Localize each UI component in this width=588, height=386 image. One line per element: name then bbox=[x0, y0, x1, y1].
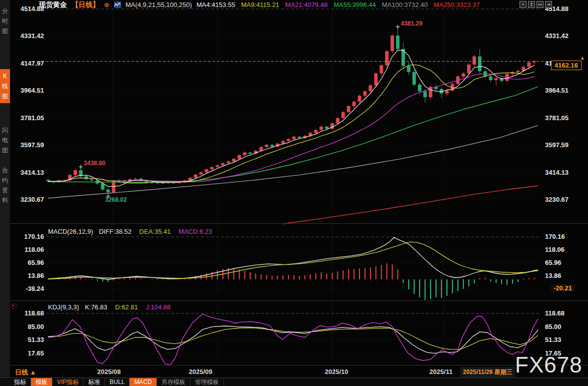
kdj-axis-label-right: 51.33 bbox=[545, 336, 585, 343]
macd-axis-label-left: -38.24 bbox=[10, 285, 44, 292]
bottom-tab-bar: 指标模板VIP指标标准BULLMACD另存模板管理模板 bbox=[0, 377, 588, 386]
chart-canvas[interactable] bbox=[0, 0, 588, 386]
sidebar-item-char: 约 bbox=[2, 175, 8, 185]
bottom-tab-6[interactable]: 另存模板 bbox=[157, 378, 190, 386]
kdj-j-value: J:104.88 bbox=[146, 303, 170, 311]
layout-icon-0[interactable]: + bbox=[520, 1, 526, 8]
bottom-tab-2[interactable]: VIP指标 bbox=[52, 378, 84, 386]
macd-panel-title: MACD(26,12,9) DIFF:38.52 DEA:35.41 MACD:… bbox=[48, 228, 212, 235]
sidebar-item-char: 分 bbox=[2, 6, 8, 16]
sidebar-item-0[interactable]: 分时图 bbox=[0, 4, 10, 38]
sidebar-item-char: 电 bbox=[2, 135, 8, 145]
macd-axis-label-right: 13.86 bbox=[545, 272, 585, 279]
kdj-k-value: K:76.83 bbox=[85, 303, 108, 311]
kdj-axis-label-left: 118.68 bbox=[10, 309, 44, 317]
bottom-tab-7[interactable]: 管理模板 bbox=[190, 378, 224, 386]
main-axis-label-right: 3781.05 bbox=[545, 114, 585, 122]
macd-diff-value: DIFF:38.52 bbox=[99, 228, 132, 235]
main-axis-label-left: 3781.05 bbox=[10, 114, 44, 122]
ma-value-1: MA9:4115.21 bbox=[241, 1, 279, 9]
main-axis-label-left: 3597.59 bbox=[10, 141, 44, 149]
sidebar-item-3[interactable]: 合约资料 bbox=[0, 163, 10, 207]
sidebar-item-2[interactable]: 闪电图 bbox=[0, 123, 10, 157]
ma-value-2: MA21:4079.48 bbox=[286, 1, 328, 9]
add-indicator-icon[interactable]: ⊕ bbox=[104, 1, 110, 9]
ma-value-0: MA4:4153.55 bbox=[196, 1, 235, 9]
macd-axis-label-left: 13.86 bbox=[10, 272, 44, 279]
sidebar-item-char: 线 bbox=[2, 81, 8, 91]
main-axis-label-left: 4331.42 bbox=[10, 32, 44, 40]
sidebar-item-char: K bbox=[3, 71, 7, 81]
sidebar-item-char: 图 bbox=[2, 91, 8, 101]
price-annotation: 3438.80 bbox=[84, 160, 106, 167]
macd-macd-value: MACD:6.23 bbox=[178, 228, 212, 235]
bottom-tab-1[interactable]: 模板 bbox=[31, 378, 52, 386]
ma-value-5: MA250:3323.37 bbox=[434, 1, 480, 9]
indicator-settings-icon[interactable] bbox=[11, 303, 16, 309]
panel-separator bbox=[10, 223, 588, 224]
macd-axis-label-left: 170.16 bbox=[10, 233, 44, 240]
main-axis-label-left: 3414.13 bbox=[10, 169, 44, 176]
main-axis-label-left: 3964.51 bbox=[10, 87, 44, 94]
price-annotation: 3268.02 bbox=[105, 196, 126, 203]
macd-axis-label-right: 170.16 bbox=[545, 233, 585, 240]
macd-axis-label-right: 65.96 bbox=[545, 259, 585, 266]
mini-chart-icon[interactable] bbox=[114, 2, 121, 8]
date-tag: 2025/11/26 星期三 bbox=[460, 367, 516, 377]
price-arrow-icon: ▲ bbox=[580, 55, 585, 61]
chart-header: 现货黄金 【日线】 ⊕ MA(4,9,21,55,100,250) MA4:41… bbox=[39, 1, 480, 9]
current-price-tag: 4162.16 bbox=[551, 61, 582, 70]
main-axis-label-right: 3597.59 bbox=[545, 141, 585, 149]
kdj-axis-label-left: 51.33 bbox=[10, 336, 44, 343]
ma-value-4: MA100:3732.40 bbox=[382, 1, 428, 9]
price-annotation: 4381.29 bbox=[401, 20, 422, 27]
layout-icon-3[interactable]: ⇥ bbox=[545, 1, 552, 8]
sidebar-item-char: 资 bbox=[2, 185, 8, 195]
layout-icon-1[interactable]: ↥ bbox=[528, 1, 535, 8]
symbol-name: 现货黄金 bbox=[39, 1, 67, 10]
ma-values: MA4:4153.55MA9:4115.21MA21:4079.48MA55:3… bbox=[196, 1, 480, 9]
main-axis-label-left: 4147.97 bbox=[10, 60, 44, 67]
bottom-tab-3[interactable]: 标准 bbox=[84, 378, 105, 386]
left-sidebar: 分时图K线图闪电图合约资料 bbox=[0, 0, 10, 386]
panel-separator bbox=[10, 300, 588, 301]
sidebar-item-char: 时 bbox=[2, 16, 8, 26]
sidebar-item-char: 合 bbox=[2, 165, 8, 175]
sidebar-item-char: 闪 bbox=[2, 125, 8, 135]
ma-group-label: MA(4,9,21,55,100,250) bbox=[126, 1, 192, 9]
layout-icon-2[interactable]: ↦ bbox=[536, 1, 544, 8]
period-tag[interactable]: 【日线】 bbox=[72, 1, 100, 10]
period-label[interactable]: 日线 ▲ bbox=[15, 368, 36, 377]
ma-value-3: MA55:3996.44 bbox=[334, 1, 376, 9]
kline-chart-app: 分时图K线图闪电图合约资料 现货黄金 【日线】 ⊕ MA(4,9,21,55,1… bbox=[0, 0, 588, 386]
kdj-axis-label-left: 85.00 bbox=[10, 323, 44, 330]
main-axis-label-right: 3230.67 bbox=[545, 196, 585, 203]
kdj-title: KDJ(9,3,3) bbox=[48, 303, 79, 311]
x-axis-month-label: 2025/08 bbox=[98, 368, 121, 375]
main-axis-label-left: 3230.67 bbox=[10, 196, 44, 203]
sidebar-item-char: 图 bbox=[2, 26, 8, 36]
watermark: FX678 bbox=[515, 352, 582, 377]
macd-title: MACD(26,12,9) bbox=[48, 228, 93, 235]
macd-dea-value: DEA:35.41 bbox=[140, 228, 171, 235]
macd-current-tag: -20.21 bbox=[551, 284, 574, 292]
bottom-tab-4[interactable]: BULL bbox=[105, 378, 130, 386]
kdj-d-value: D:62.81 bbox=[115, 303, 138, 311]
macd-axis-label-right: 118.06 bbox=[545, 246, 585, 253]
main-axis-label-right: 3964.51 bbox=[545, 87, 585, 94]
x-axis-month-label: 2025/09 bbox=[189, 368, 212, 375]
macd-axis-label-left: 65.96 bbox=[10, 259, 44, 266]
sidebar-item-char: 料 bbox=[2, 195, 8, 205]
bottom-tab-0[interactable]: 指标 bbox=[10, 378, 31, 386]
main-axis-label-right: 4331.42 bbox=[545, 32, 585, 40]
panel-separator bbox=[10, 365, 588, 365]
bottom-tab-5[interactable]: MACD bbox=[130, 378, 156, 386]
sidebar-item-1[interactable]: K线图 bbox=[0, 69, 10, 103]
kdj-axis-label-right: 118.68 bbox=[545, 309, 585, 317]
kdj-axis-label-left: 17.65 bbox=[10, 349, 44, 357]
x-axis-month-label: 2025/11 bbox=[430, 368, 452, 375]
x-axis-month-label: 2025/10 bbox=[325, 368, 348, 375]
window-icons: +↥↦⇥ bbox=[520, 1, 552, 8]
sidebar-item-char: 图 bbox=[2, 145, 8, 155]
kdj-axis-label-right: 85.00 bbox=[545, 323, 585, 330]
